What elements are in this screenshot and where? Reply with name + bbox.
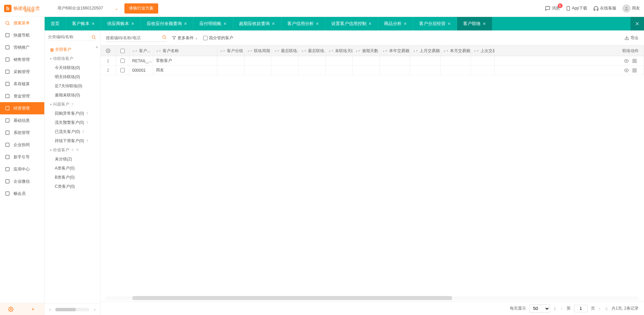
col-name[interactable]: ▲▼客户名称 bbox=[153, 46, 217, 56]
nav-item-10[interactable]: 新手引导 bbox=[0, 151, 44, 163]
nav-item-7[interactable]: 基础信息 bbox=[0, 114, 44, 127]
tree-leaf[interactable]: B类客户(0) bbox=[45, 173, 100, 182]
close-icon[interactable]: ✕ bbox=[92, 22, 95, 26]
nav-item-3[interactable]: 采购管理 bbox=[0, 66, 44, 78]
collapse-tree-icon[interactable]: « bbox=[96, 45, 98, 49]
help-icon[interactable]: ? bbox=[71, 148, 73, 152]
table-row[interactable]: 2000001用友 bbox=[100, 66, 644, 75]
col-code[interactable]: ▲▼客户... bbox=[129, 46, 153, 56]
tree-leaf[interactable]: 未分组(2) bbox=[45, 155, 100, 164]
nav-search[interactable]: 搜索菜单 bbox=[0, 17, 44, 29]
nav-item-5[interactable]: 资金管理 bbox=[0, 90, 44, 102]
tree-hscrollbar[interactable] bbox=[55, 308, 89, 311]
col-overdue-days[interactable]: ▲▼逾期天数 bbox=[353, 46, 380, 56]
tree-root[interactable]: ▦ 全部客户 bbox=[45, 45, 100, 54]
column-settings[interactable] bbox=[100, 46, 116, 56]
my-customers-checkbox-input[interactable] bbox=[203, 36, 208, 40]
tab-9[interactable]: 客户分层经营✕ bbox=[413, 17, 457, 30]
col-period[interactable]: ▲▼联络周期 bbox=[244, 46, 271, 56]
next-page-button[interactable]: › bbox=[598, 306, 601, 311]
more-icon[interactable] bbox=[632, 68, 637, 73]
tab-10[interactable]: 客户联络✕ bbox=[457, 17, 492, 30]
my-customers-checkbox[interactable]: 我分管的客户 bbox=[203, 35, 233, 41]
close-icon[interactable]: ✕ bbox=[223, 22, 226, 26]
page-input[interactable] bbox=[574, 305, 588, 312]
close-icon[interactable]: ✕ bbox=[483, 22, 486, 26]
nav-item-6[interactable]: 经营管理 bbox=[0, 102, 44, 114]
grid-hscrollbar[interactable] bbox=[106, 296, 639, 300]
help-icon[interactable]: ? bbox=[86, 139, 88, 143]
tab-1[interactable]: 客户账本✕ bbox=[66, 17, 101, 30]
tab-6[interactable]: 客户信用分析✕ bbox=[281, 17, 325, 30]
more-icon[interactable] bbox=[632, 59, 637, 63]
export-button[interactable]: 导出 bbox=[624, 35, 639, 41]
help-icon[interactable]: ? bbox=[82, 130, 84, 134]
tab-4[interactable]: 应付明细账✕ bbox=[193, 17, 233, 30]
online-service-button[interactable]: 在线客服 bbox=[593, 5, 616, 11]
help-icon[interactable]: ? bbox=[86, 121, 88, 125]
tree-category[interactable]: ▾问题客户 ? bbox=[45, 100, 100, 109]
app-download-button[interactable]: App下载 bbox=[566, 5, 587, 11]
industry-demo-button[interactable]: 体验行业方案 bbox=[124, 3, 158, 14]
col-this-month-amount[interactable]: ▲▼本月交易额 bbox=[440, 46, 471, 56]
tree-search-input[interactable] bbox=[48, 33, 97, 41]
row-checkbox[interactable] bbox=[116, 56, 129, 65]
tree-leaf[interactable]: 近7天待联络(0) bbox=[45, 82, 100, 91]
edit-icon[interactable]: ✎ bbox=[76, 148, 79, 152]
col-last-contact-2[interactable]: ▲▼最后联络... bbox=[299, 46, 326, 56]
row-checkbox[interactable] bbox=[116, 66, 129, 75]
nav-item-2[interactable]: 销售管理 bbox=[0, 53, 44, 66]
tree-leaf[interactable]: 逾期未联络(0) bbox=[45, 91, 100, 100]
close-icon[interactable]: ✕ bbox=[316, 22, 319, 26]
col-no-contact-days[interactable]: ▲▼未联络天数 bbox=[326, 46, 353, 56]
nav-item-11[interactable]: 应用中心 bbox=[0, 163, 44, 175]
nav-item-12[interactable]: 企业微信 bbox=[0, 175, 44, 187]
nav-item-13[interactable]: 畅会员 bbox=[0, 187, 44, 200]
tree-leaf[interactable]: 流失预警客户(0) ? bbox=[45, 118, 100, 127]
nav-item-0[interactable]: 快捷导航 bbox=[0, 29, 44, 41]
tab-3[interactable]: 应收应付余额查询✕ bbox=[141, 17, 193, 30]
close-icon[interactable]: ✕ bbox=[404, 22, 407, 26]
col-last-month-amount[interactable]: ▲▼上月交易额 bbox=[410, 46, 440, 56]
col-last-contact-1[interactable]: ▲▼最后联络... bbox=[271, 46, 299, 56]
col-group[interactable]: ▲▼客户分组 bbox=[217, 46, 244, 56]
tree-scroll-left[interactable]: ‹ bbox=[47, 306, 53, 313]
col-year-amount[interactable]: ▲▼本年交易额 bbox=[380, 46, 410, 56]
close-icon[interactable]: ✕ bbox=[184, 22, 187, 26]
table-row[interactable]: 1RETAIL_...零散客户 bbox=[100, 56, 644, 66]
view-icon[interactable] bbox=[624, 68, 629, 73]
tenant-selector[interactable]: 用户690企业1660120507 ⌄ bbox=[54, 3, 122, 14]
tree-category[interactable]: ▾价值客户 ? ✎ bbox=[45, 145, 100, 155]
tree-leaf[interactable]: 已流失客户(0) ? bbox=[45, 127, 100, 136]
tab-2[interactable]: 供应商账本✕ bbox=[101, 17, 141, 30]
grid-search-input[interactable] bbox=[106, 34, 167, 42]
nav-item-1[interactable]: 营销推广 bbox=[0, 41, 44, 53]
first-page-button[interactable]: |‹ bbox=[553, 306, 557, 311]
tree-leaf[interactable]: 今天待联络(0) bbox=[45, 63, 100, 72]
message-button[interactable]: 消息 6 bbox=[545, 5, 560, 11]
view-icon[interactable] bbox=[624, 59, 629, 63]
tree-category[interactable]: ▾待联络客户 bbox=[45, 54, 100, 63]
col-last-trade[interactable]: ▲▼上次交易 bbox=[471, 46, 495, 56]
close-icon[interactable]: ✕ bbox=[448, 22, 451, 26]
help-icon[interactable]: ? bbox=[71, 103, 73, 107]
prev-page-button[interactable]: ‹ bbox=[560, 306, 563, 311]
search-icon[interactable] bbox=[162, 35, 167, 40]
collapse-nav-icon[interactable] bbox=[30, 307, 36, 312]
search-icon[interactable] bbox=[91, 35, 96, 40]
help-icon[interactable]: ? bbox=[86, 112, 88, 116]
tab-8[interactable]: 商品分析✕ bbox=[378, 17, 413, 30]
tab-0[interactable]: 首页 bbox=[45, 17, 66, 30]
nav-item-8[interactable]: 系统管理 bbox=[0, 127, 44, 139]
tab-7[interactable]: 设置客户信用控制✕ bbox=[325, 17, 378, 30]
gear-icon[interactable] bbox=[8, 307, 14, 312]
tree-scroll-right[interactable]: › bbox=[91, 306, 98, 313]
close-all-tabs-button[interactable] bbox=[630, 17, 644, 30]
tree-leaf[interactable]: A类客户(0) bbox=[45, 164, 100, 173]
close-icon[interactable]: ✕ bbox=[272, 22, 275, 26]
nav-item-4[interactable]: 库存核算 bbox=[0, 78, 44, 90]
more-conditions-button[interactable]: 更多条件 ⌄ bbox=[172, 35, 198, 41]
user-menu[interactable]: 用友 bbox=[622, 4, 640, 13]
select-all-checkbox[interactable] bbox=[116, 46, 129, 56]
close-icon[interactable]: ✕ bbox=[368, 22, 372, 26]
